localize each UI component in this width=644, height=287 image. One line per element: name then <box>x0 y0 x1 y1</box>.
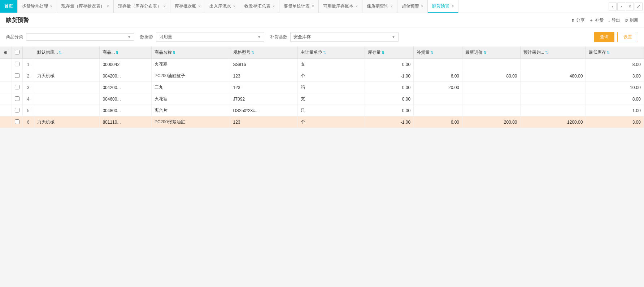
tab-stock-dist[interactable]: 现存量（库存分布表） × <box>114 0 170 13</box>
column-product-name[interactable]: 商品名称 ⇅ <box>151 47 230 59</box>
row-unit-4: 只 <box>298 105 365 116</box>
page-title: 缺货预警 <box>6 17 29 24</box>
row-estimated-1: 480.00 <box>520 70 586 82</box>
tab-close-10[interactable]: × <box>421 4 423 8</box>
tab-close-9[interactable]: × <box>391 4 393 8</box>
row-product-name-5: PC200张紧油缸 <box>151 116 230 128</box>
row-checkbox-0[interactable] <box>12 59 22 70</box>
replenish-base-arrow: ▼ <box>392 35 395 39</box>
tab-home[interactable]: 首页 <box>0 0 18 13</box>
tab-fullscreen[interactable]: ⤢ <box>635 3 643 10</box>
tab-overstock-warning[interactable]: 超储预警 × <box>397 0 428 13</box>
filter-bar: 商品分类 ▼ 数据源 可用量 ▼ 补货基数 安全库存 ▼ 查询 设置 <box>0 27 644 47</box>
row-min-stock-1: 3.00 <box>586 70 644 82</box>
share-button[interactable]: ⬆ 分享 <box>571 17 585 23</box>
tab-stock-status[interactable]: 现存量（库存状况表） × <box>57 0 114 13</box>
data-source-arrow: ▼ <box>257 35 261 39</box>
tab-close-4[interactable]: × <box>199 4 201 8</box>
row-seq-0: 1 <box>22 59 34 70</box>
column-latest-price[interactable]: 最新进价 ⇅ <box>462 47 520 59</box>
product-category-arrow: ▼ <box>127 35 131 39</box>
tab-close-2[interactable]: × <box>107 4 109 8</box>
row-stock-5: -1.00 <box>365 116 414 128</box>
row-supplier-4 <box>34 105 100 116</box>
tab-picking-exception[interactable]: 拣货异常处理 × <box>18 0 57 13</box>
row-checkbox-2[interactable] <box>12 82 22 93</box>
sort-supplier-icon: ⇅ <box>59 50 62 54</box>
column-spec-model[interactable]: 规格型号 ⇅ <box>230 47 298 59</box>
tab-nav-controls: ‹ › × ⤢ <box>607 3 644 10</box>
table-row[interactable]: 2 力天机械 004200... PC200油缸缸子 123 个 -1.00 6… <box>0 70 644 82</box>
settings-button[interactable]: 设置 <box>617 32 638 42</box>
row-unit-1: 个 <box>298 70 365 82</box>
tab-recv-summary[interactable]: 收发存汇总表 × <box>240 0 279 13</box>
sort-spec-icon: ⇅ <box>251 50 254 54</box>
select-all-checkbox[interactable] <box>15 50 19 54</box>
tab-close-all[interactable]: × <box>626 3 634 10</box>
sort-stock-icon: ⇅ <box>382 50 384 54</box>
row-checkbox-1[interactable] <box>12 70 22 82</box>
column-stock-qty[interactable]: 库存量 ⇅ <box>365 47 414 59</box>
row-checkbox-4[interactable] <box>12 105 22 116</box>
sort-estimated-icon: ⇅ <box>545 50 548 54</box>
row-seq-1: 2 <box>22 70 34 82</box>
table-row[interactable]: 5 004800... 离合片 DS250*23c... 只 0.00 1.00 <box>0 105 644 116</box>
column-seq <box>22 47 34 59</box>
tab-inout-flow[interactable]: 出入库流水 × <box>205 0 240 13</box>
sort-price-icon: ⇅ <box>483 50 486 54</box>
export-button[interactable]: ↓ 导出 <box>608 17 620 23</box>
tab-close-8[interactable]: × <box>356 4 358 8</box>
row-price-0 <box>462 59 520 70</box>
row-estimated-4 <box>520 105 586 116</box>
table-row[interactable]: 4 004600... 火花塞 J7092 支 0.00 8.00 <box>0 93 644 105</box>
query-button[interactable]: 查询 <box>594 32 614 42</box>
row-product-code-1: 004200... <box>100 70 151 82</box>
tab-close-1[interactable]: × <box>50 4 52 8</box>
row-min-stock-2: 10.00 <box>586 82 644 93</box>
data-source-select[interactable]: 可用量 ▼ <box>156 32 264 42</box>
column-replenish-qty[interactable]: 补货量 ⇅ <box>414 47 462 59</box>
tab-close-5[interactable]: × <box>233 4 235 8</box>
row-replenish-2: 20.00 <box>414 82 462 93</box>
refresh-button[interactable]: ↺ 刷新 <box>625 17 638 23</box>
row-checkbox-5[interactable] <box>12 116 22 128</box>
replenish-button[interactable]: ＋ 补货 <box>589 17 604 23</box>
tab-shortage-warning[interactable]: 缺货预警 × <box>428 0 458 13</box>
row-product-name-3: 火花塞 <box>151 93 230 105</box>
tab-expiry-query[interactable]: 保质期查询 × <box>362 0 397 13</box>
tab-available-stock[interactable]: 可用量库存账本 × <box>319 0 362 13</box>
column-gear[interactable]: ⚙ <box>0 47 12 59</box>
row-gear-5 <box>0 116 12 128</box>
row-replenish-5: 6.00 <box>414 116 462 128</box>
row-replenish-4 <box>414 105 462 116</box>
row-spec-1: 123 <box>230 70 298 82</box>
tab-nav-right[interactable]: › <box>617 3 625 10</box>
row-stock-3: 0.00 <box>365 93 414 105</box>
tab-nav-left[interactable]: ‹ <box>609 3 617 10</box>
column-default-supplier[interactable]: 默认供应... ⇅ <box>34 47 100 59</box>
row-price-1: 80.00 <box>462 70 520 82</box>
column-min-stock[interactable]: 最低库存 ⇅ <box>586 47 644 59</box>
column-estimated-purchase[interactable]: 预计采购... ⇅ <box>520 47 586 59</box>
column-unit[interactable]: 主计量单位 ⇅ <box>298 47 365 59</box>
row-gear-3 <box>0 93 12 105</box>
column-checkbox[interactable] <box>12 47 22 59</box>
table-row[interactable]: 3 004200... 三九 123 箱 0.00 20.00 10.00 <box>0 82 644 93</box>
row-unit-2: 箱 <box>298 82 365 93</box>
tab-close-6[interactable]: × <box>273 4 275 8</box>
row-spec-5: 123 <box>230 116 298 128</box>
tab-close-3[interactable]: × <box>164 4 166 8</box>
table-body: 1 0000042 火花塞 SS816 支 0.00 8.00 2 力天机械 0… <box>0 59 644 128</box>
tab-close-7[interactable]: × <box>312 4 314 8</box>
table-row[interactable]: 1 0000042 火花塞 SS816 支 0.00 8.00 <box>0 59 644 70</box>
product-category-select[interactable]: ▼ <box>26 33 134 41</box>
sort-name-icon: ⇅ <box>173 50 175 54</box>
row-checkbox-3[interactable] <box>12 93 22 105</box>
tab-goods-order-stats[interactable]: 要货单统计表 × <box>279 0 319 13</box>
tab-batch-account[interactable]: 库存批次账 × <box>170 0 205 13</box>
row-price-5: 200.00 <box>462 116 520 128</box>
table-row[interactable]: 6 力天机械 801110... PC200张紧油缸 123 个 -1.00 6… <box>0 116 644 128</box>
replenish-base-select[interactable]: 安全库存 ▼ <box>290 32 399 42</box>
column-product-code[interactable]: 商品... ⇅ <box>100 47 151 59</box>
tab-close-11[interactable]: × <box>452 4 454 8</box>
